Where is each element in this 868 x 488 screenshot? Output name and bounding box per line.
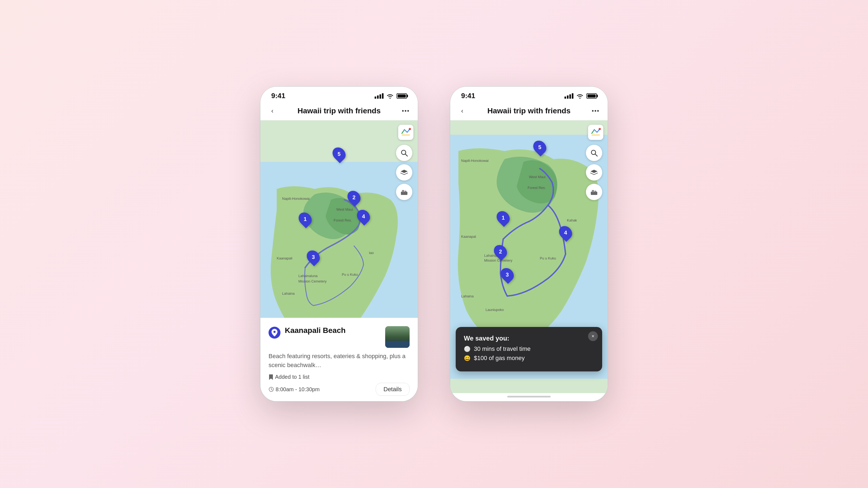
hotel-btn-2[interactable] <box>586 184 602 200</box>
svg-text:Mission Cemetery: Mission Cemetery <box>484 258 513 262</box>
status-time-2: 9:41 <box>461 92 475 100</box>
hours-info: 8:00am - 10:30pm <box>269 386 319 393</box>
waypoint-4-phone1[interactable]: 4 <box>358 209 369 223</box>
svg-text:Kahak: Kahak <box>567 218 577 222</box>
svg-text:West Maui: West Maui <box>529 175 546 179</box>
place-name: Kaanapali Beach <box>285 326 385 335</box>
place-thumbnail <box>385 326 410 348</box>
info-meta: Added to 1 list <box>269 374 410 380</box>
waypoint-1-phone2[interactable]: 1 <box>497 210 509 225</box>
svg-text:Lahaina: Lahaina <box>282 291 295 295</box>
svg-text:Lahaina: Lahaina <box>461 294 474 298</box>
nav-title-2: Hawaii trip with friends <box>468 106 590 115</box>
search-map-btn-1[interactable] <box>396 145 412 161</box>
waypoint-5-phone1[interactable]: 5 <box>333 147 345 161</box>
waypoint-2-phone1[interactable]: 2 <box>348 190 360 204</box>
back-button-2[interactable]: ‹ <box>457 105 468 116</box>
status-bar-2: 9:41 <box>450 87 608 103</box>
map-controls-1 <box>396 145 412 200</box>
info-footer: 8:00am - 10:30pm Details <box>269 383 410 396</box>
svg-point-11 <box>409 128 411 130</box>
more-button-1[interactable]: ••• <box>400 105 411 116</box>
svg-text:Kaanapali: Kaanapali <box>277 256 292 260</box>
waypoint-3-phone1[interactable]: 3 <box>307 250 319 264</box>
wifi-icon-1 <box>386 93 394 99</box>
phone-1: 9:41 ‹ Hawaii trip with friends ••• <box>260 87 418 401</box>
info-card-1: Kaanapali Beach <box>260 318 418 401</box>
status-icons-2 <box>564 93 597 99</box>
map-logo-1[interactable] <box>398 125 413 140</box>
toast-title: We saved you: <box>464 334 594 342</box>
pin-icon-1 <box>272 329 278 336</box>
svg-rect-15 <box>402 190 404 192</box>
svg-text:Iao: Iao <box>369 251 374 255</box>
svg-text:Napili-Honokowai: Napili-Honokowai <box>282 197 310 201</box>
nav-bar-2: ‹ Hawaii trip with friends ••• <box>450 103 608 120</box>
svg-text:Mission Cemetery: Mission Cemetery <box>299 279 327 283</box>
waypoint-5-phone2[interactable]: 5 <box>534 140 546 154</box>
search-icon-2 <box>590 149 598 157</box>
svg-text:Kaanapal: Kaanapal <box>461 234 476 238</box>
layers-icon-2 <box>590 169 598 176</box>
map-controls-2 <box>586 145 602 200</box>
layers-btn-2[interactable] <box>586 164 602 181</box>
nav-title-1: Hawaii trip with friends <box>278 106 400 115</box>
toast-close-btn[interactable]: × <box>588 331 598 341</box>
search-icon-1 <box>400 149 408 157</box>
map-logo-2[interactable] <box>588 125 603 140</box>
hotel-icon-2 <box>590 188 598 195</box>
svg-text:Forest Res.: Forest Res. <box>334 218 352 222</box>
map-2[interactable]: Napili-Honokowai Kaanapal Lahaina West M… <box>450 120 608 393</box>
maps-app-icon-2 <box>590 127 601 138</box>
details-button[interactable]: Details <box>376 383 410 396</box>
svg-rect-45 <box>592 190 594 192</box>
hotel-btn-1[interactable] <box>396 184 412 200</box>
svg-text:Lahainaluna: Lahainaluna <box>299 274 318 278</box>
home-indicator-2 <box>507 396 551 397</box>
svg-rect-16 <box>405 191 406 192</box>
added-to-list: Added to 1 list <box>269 374 310 380</box>
status-bar-1: 9:41 <box>260 87 418 103</box>
battery-icon-1 <box>397 93 407 99</box>
svg-text:Forest Res.: Forest Res. <box>528 186 546 190</box>
layers-icon-1 <box>400 169 408 176</box>
bookmark-icon <box>269 375 273 380</box>
signal-icon-2 <box>564 93 574 99</box>
waypoint-1-phone1[interactable]: 1 <box>299 212 311 226</box>
hotel-icon-1 <box>400 188 408 195</box>
signal-icon-1 <box>375 93 383 99</box>
nav-bar-1: ‹ Hawaii trip with friends ••• <box>260 103 418 120</box>
svg-text:Pu u Kuku: Pu u Kuku <box>540 256 556 260</box>
svg-point-24 <box>273 331 276 333</box>
status-icons-1 <box>375 93 407 99</box>
toast-item-1: ⚪ 30 mins of travel time <box>464 346 594 352</box>
svg-rect-14 <box>401 192 407 195</box>
back-button-1[interactable]: ‹ <box>267 105 278 116</box>
svg-line-43 <box>595 154 597 156</box>
toast-item-2: 😄 $100 of gas money <box>464 355 594 362</box>
phone-2: 9:41 ‹ Hawaii trip with friends ••• <box>450 87 608 401</box>
svg-line-13 <box>405 154 407 156</box>
svg-rect-26 <box>385 341 410 348</box>
svg-rect-44 <box>591 192 597 195</box>
waypoint-4-phone2[interactable]: 4 <box>560 226 571 240</box>
svg-text:Launiupoko: Launiupoko <box>486 308 504 312</box>
status-time-1: 9:41 <box>271 92 285 100</box>
clock-icon <box>269 387 274 392</box>
phones-container: 9:41 ‹ Hawaii trip with friends ••• <box>260 87 608 401</box>
search-map-btn-2[interactable] <box>586 145 602 161</box>
waypoint-3-phone2[interactable]: 3 <box>501 268 513 282</box>
svg-text:West Maui: West Maui <box>336 207 353 212</box>
svg-text:Napili-Honokowai: Napili-Honokowai <box>461 159 489 163</box>
place-icon-1 <box>269 327 280 338</box>
toast-notification: × We saved you: ⚪ 30 mins of travel time… <box>456 327 602 371</box>
svg-rect-46 <box>595 191 596 192</box>
maps-app-icon <box>400 127 411 138</box>
more-button-2[interactable]: ••• <box>590 105 601 116</box>
place-description: Beach featuring resorts, eateries & shop… <box>269 352 410 369</box>
svg-point-41 <box>599 128 601 130</box>
waypoint-2-phone2[interactable]: 2 <box>495 245 506 259</box>
battery-icon-2 <box>586 93 597 99</box>
svg-text:Pu u Kuku: Pu u Kuku <box>342 272 358 276</box>
layers-btn-1[interactable] <box>396 164 412 181</box>
